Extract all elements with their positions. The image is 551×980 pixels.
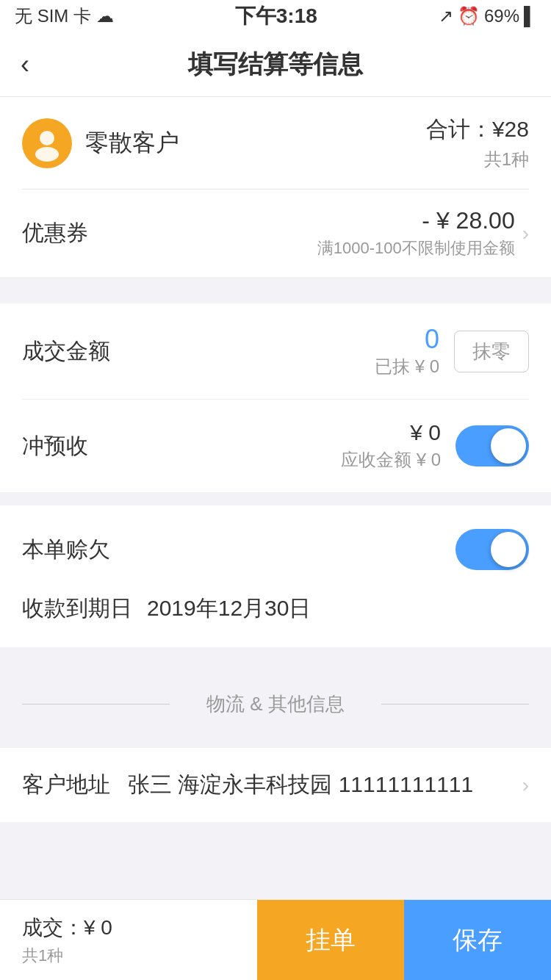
debt-date-row[interactable]: 收款到期日 2019年12月30日	[0, 594, 551, 647]
status-right: ↗ ⏰ 69% ▌	[439, 6, 536, 26]
prepay-right: ¥ 0 应收金额 ¥ 0	[341, 420, 529, 472]
customer-right: 合计：¥28 共1种	[426, 115, 529, 171]
prepay-sub: 应收金额 ¥ 0	[341, 448, 441, 472]
transaction-right: 0 已抹 ¥ 0 抹零	[375, 324, 529, 378]
bottom-summary: 成交：¥ 0 共1种	[0, 900, 257, 980]
sep-line-left	[22, 704, 170, 705]
address-value: 张三 海淀永丰科技园 11111111111	[128, 770, 505, 800]
location-icon: ↗	[439, 6, 453, 26]
debt-date-label: 收款到期日	[22, 594, 132, 624]
debt-section: 本单赊欠 收款到期日 2019年12月30日	[0, 505, 551, 647]
logistics-title: 物流 & 其他信息	[206, 691, 345, 717]
gray-separator-3	[0, 660, 551, 674]
svg-point-0	[40, 131, 54, 145]
status-bar: 无 SIM 卡 ☁ 下午3:18 ↗ ⏰ 69% ▌	[0, 0, 551, 32]
round-zero-button[interactable]: 抹零	[454, 331, 529, 372]
status-left: 无 SIM 卡 ☁	[15, 4, 114, 28]
bottom-count: 共1种	[22, 945, 235, 967]
logistics-sep-inner: 物流 & 其他信息	[0, 691, 551, 717]
battery-level: 69%	[484, 6, 519, 26]
gray-separator-5	[0, 822, 551, 835]
customer-row: 零散客户 合计：¥28 共1种	[0, 97, 551, 189]
transaction-row: 成交金额 0 已抹 ¥ 0 抹零	[22, 303, 529, 400]
status-time: 下午3:18	[235, 2, 317, 30]
logistics-section: 物流 & 其他信息	[0, 674, 551, 735]
address-label: 客户地址	[22, 770, 110, 800]
transaction-section: 成交金额 0 已抹 ¥ 0 抹零 冲预收 ¥ 0 应收金额 ¥ 0	[0, 303, 551, 492]
sim-status: 无 SIM 卡 ☁	[15, 4, 114, 28]
toggle-knob	[491, 428, 526, 464]
coupon-row[interactable]: 优惠券 - ¥ 28.00 满1000-100不限制使用金额 ›	[0, 190, 551, 277]
svg-point-1	[35, 147, 59, 162]
coupon-desc: 满1000-100不限制使用金额	[317, 237, 515, 259]
prepay-toggle[interactable]	[455, 425, 529, 466]
battery-icon: ▌	[524, 6, 536, 26]
customer-section: 零散客户 合计：¥28 共1种 优惠券 - ¥ 28.00 满1000-100不…	[0, 97, 551, 277]
coupon-label: 优惠券	[22, 218, 88, 248]
debt-toggle-knob	[491, 532, 526, 567]
debt-toggle[interactable]	[455, 529, 529, 570]
coupon-discount: - ¥ 28.00	[317, 207, 515, 234]
debt-label: 本单赊欠	[22, 535, 110, 565]
debt-row: 本单赊欠	[0, 505, 551, 594]
gray-separator-2	[0, 492, 551, 505]
already-deducted: 已抹 ¥ 0	[375, 355, 439, 378]
chevron-right-icon: ›	[522, 222, 529, 245]
nav-bar: ‹ 填写结算等信息	[0, 32, 551, 97]
transaction-label: 成交金额	[22, 336, 125, 367]
avatar	[22, 118, 72, 168]
deal-amount: ¥ 0	[84, 916, 112, 939]
customer-left: 零散客户	[22, 118, 179, 168]
coupon-right: - ¥ 28.00 满1000-100不限制使用金额 ›	[317, 207, 529, 259]
address-row[interactable]: 客户地址 张三 海淀永丰科技园 11111111111 ›	[0, 748, 551, 822]
prepay-row: 冲预收 ¥ 0 应收金额 ¥ 0	[22, 400, 529, 492]
page-title: 填写结算等信息	[188, 48, 363, 82]
address-chevron-icon: ›	[522, 774, 529, 797]
save-button[interactable]: 保存	[404, 900, 551, 980]
prepay-main: ¥ 0	[341, 420, 441, 445]
transaction-value[interactable]: 0	[375, 324, 439, 355]
alarm-icon: ⏰	[458, 6, 480, 26]
deal-label: 成交：	[22, 916, 84, 939]
back-button[interactable]: ‹	[21, 49, 29, 80]
total-count: 共1种	[426, 148, 529, 171]
sep-line-right	[381, 704, 529, 705]
avatar-icon	[22, 118, 72, 168]
coupon-info: - ¥ 28.00 满1000-100不限制使用金额	[317, 207, 515, 259]
gray-separator-1	[0, 290, 551, 303]
prepay-label: 冲预收	[22, 431, 125, 461]
gray-separator-4	[0, 735, 551, 748]
bottom-bar: 成交：¥ 0 共1种 挂单 保存	[0, 899, 551, 980]
debt-date-value: 2019年12月30日	[147, 594, 311, 624]
prepay-values: ¥ 0 应收金额 ¥ 0	[341, 420, 441, 472]
customer-name: 零散客户	[85, 127, 179, 159]
bottom-deal: 成交：¥ 0	[22, 914, 235, 942]
pending-button[interactable]: 挂单	[257, 900, 404, 980]
total-amount: 合计：¥28	[426, 115, 529, 145]
